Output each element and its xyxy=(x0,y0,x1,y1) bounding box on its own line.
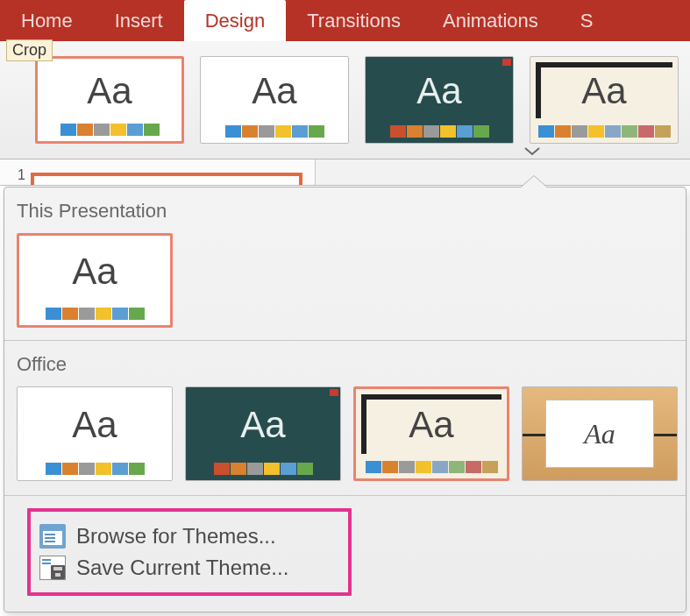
slide-thumbnail-area: 1 xyxy=(0,159,316,185)
theme-palette xyxy=(366,461,498,473)
theme-palette xyxy=(46,308,145,320)
theme-palette xyxy=(214,463,313,475)
theme-sample-text: Aa xyxy=(252,57,296,125)
theme-thumb-2[interactable]: Aa xyxy=(200,56,349,144)
theme-dropdown-panel: This Presentation Aa Office Aa Aa Aa xyxy=(4,187,686,612)
this-presentation-row: Aa xyxy=(4,226,686,341)
chevron-down-icon[interactable] xyxy=(523,145,541,155)
folder-icon xyxy=(39,524,66,549)
theme-sample-text: Aa xyxy=(72,387,117,463)
tab-home[interactable]: Home xyxy=(0,0,94,41)
theme-thumb-frame[interactable]: Aa xyxy=(530,56,679,144)
tab-transitions[interactable]: Transitions xyxy=(286,0,422,41)
theme-sample-text: Aa xyxy=(240,387,285,463)
slide-number: 1 xyxy=(18,167,25,185)
theme-palette xyxy=(46,463,145,475)
dropdown-pointer-icon xyxy=(520,176,548,188)
theme-sample-text: Aa xyxy=(416,57,461,125)
theme-thumb-office-wood[interactable]: Aa xyxy=(522,386,678,481)
theme-thumb-office-1[interactable]: Aa xyxy=(17,386,173,481)
tab-design[interactable]: Design xyxy=(184,0,286,41)
tab-insert[interactable]: Insert xyxy=(94,0,184,41)
crop-tooltip: Crop xyxy=(6,39,53,61)
section-this-presentation: This Presentation xyxy=(4,188,686,226)
theme-thumb-dark[interactable]: Aa xyxy=(365,56,514,144)
theme-palette xyxy=(538,125,671,138)
save-icon xyxy=(39,556,66,580)
theme-sample-text: Aa xyxy=(581,57,626,125)
theme-palette xyxy=(60,124,160,136)
save-theme-button[interactable]: Save Current Theme... xyxy=(39,552,339,584)
office-themes-row: Aa Aa Aa Aa xyxy=(4,379,686,493)
tab-animations[interactable]: Animations xyxy=(422,0,559,41)
section-office: Office xyxy=(4,341,686,379)
ribbon-tabs: Home Insert Design Transitions Animation… xyxy=(0,0,690,41)
theme-sample-text: Aa xyxy=(87,59,132,124)
theme-thumb-office-frame[interactable]: Aa xyxy=(353,386,509,481)
theme-actions-highlight: Browse for Themes... Save Current Theme.… xyxy=(27,508,352,596)
save-theme-label: Save Current Theme... xyxy=(76,556,288,580)
modified-indicator-icon xyxy=(330,389,338,396)
slide-thumbnail[interactable] xyxy=(31,173,302,185)
theme-paper: Aa xyxy=(545,400,654,468)
tab-truncated[interactable]: S xyxy=(559,0,599,41)
theme-palette xyxy=(225,125,324,138)
theme-sample-text: Aa xyxy=(409,389,453,461)
slide-panel: 1 xyxy=(0,159,690,186)
theme-gallery-strip: Aa Aa Aa Aa xyxy=(0,41,690,159)
theme-sample-text: Aa xyxy=(584,418,615,450)
modified-indicator-icon xyxy=(502,59,511,66)
browse-themes-button[interactable]: Browse for Themes... xyxy=(39,520,339,552)
theme-thumb-current[interactable]: Aa xyxy=(17,233,173,328)
theme-palette xyxy=(390,125,489,138)
browse-themes-label: Browse for Themes... xyxy=(76,524,276,549)
theme-thumb-office-default[interactable]: Aa xyxy=(35,56,184,144)
theme-thumb-office-dark[interactable]: Aa xyxy=(185,386,341,481)
theme-sample-text: Aa xyxy=(72,236,117,308)
